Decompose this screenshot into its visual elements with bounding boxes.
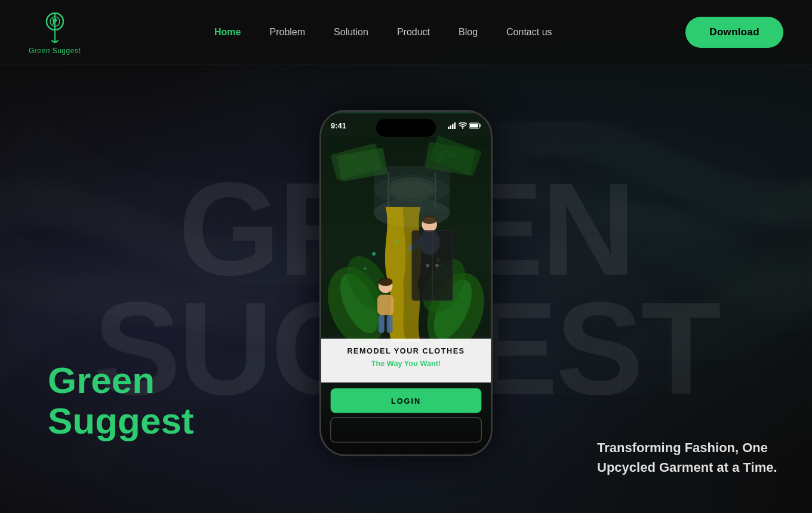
- svg-rect-5: [450, 125, 452, 129]
- hero-right-text: Transforming Fashion, One Upcycled Garme…: [597, 438, 788, 477]
- svg-rect-41: [379, 315, 385, 332]
- svg-rect-4: [448, 127, 450, 129]
- svg-point-51: [435, 263, 439, 267]
- svg-rect-38: [377, 294, 393, 315]
- svg-rect-42: [387, 315, 393, 332]
- nav-item-home[interactable]: Home: [214, 27, 241, 38]
- svg-point-50: [426, 263, 429, 267]
- svg-rect-7: [454, 122, 456, 129]
- svg-rect-9: [470, 124, 478, 128]
- svg-text:P: P: [52, 17, 57, 26]
- signal-icon: [448, 122, 456, 129]
- svg-text:The Way You Want!: The Way You Want!: [371, 359, 441, 368]
- svg-rect-6: [452, 124, 454, 129]
- wifi-icon: [459, 122, 467, 129]
- phone-frame: 9:41: [319, 110, 493, 456]
- nav-item-solution[interactable]: Solution: [334, 27, 368, 38]
- nav-item-problem[interactable]: Problem: [269, 27, 305, 38]
- navbar: P Green Suggest Home Problem Solution Pr…: [0, 0, 812, 64]
- hero-left-text: Green Suggest: [48, 360, 194, 441]
- nav-item-contact[interactable]: Contact us: [506, 27, 552, 38]
- svg-point-47: [396, 241, 399, 244]
- svg-text:REMODEL YOUR CLOTHES: REMODEL YOUR CLOTHES: [347, 346, 465, 355]
- logo-text: Green Suggest: [29, 47, 81, 55]
- phone-mockup: 9:41: [319, 110, 493, 456]
- svg-point-43: [372, 252, 376, 256]
- hero-tagline: Transforming Fashion, One Upcycled Garme…: [597, 438, 788, 477]
- svg-text:LOGIN: LOGIN: [391, 396, 421, 405]
- svg-point-40: [379, 278, 393, 286]
- phone-screen: REMODEL YOUR CLOTHES The Way You Want! L…: [321, 112, 491, 454]
- app-illustration: REMODEL YOUR CLOTHES The Way You Want! L…: [321, 112, 491, 454]
- status-time: 9:41: [331, 121, 346, 130]
- hero-title: Green Suggest: [48, 360, 194, 441]
- nav-item-product[interactable]: Product: [397, 27, 430, 38]
- logo-icon: P: [39, 10, 71, 45]
- logo[interactable]: P Green Suggest: [29, 10, 81, 55]
- svg-point-44: [364, 267, 366, 269]
- hero-section: GREEN SUGGEST Green Suggest 9:41: [0, 64, 812, 513]
- status-bar: 9:41: [331, 120, 481, 132]
- battery-icon: [469, 122, 481, 129]
- nav-item-blog[interactable]: Blog: [459, 27, 478, 38]
- svg-point-36: [422, 216, 436, 224]
- download-button[interactable]: Download: [685, 17, 783, 48]
- nav-links: Home Problem Solution Product Blog Conta…: [214, 27, 552, 38]
- status-icons: [448, 122, 481, 129]
